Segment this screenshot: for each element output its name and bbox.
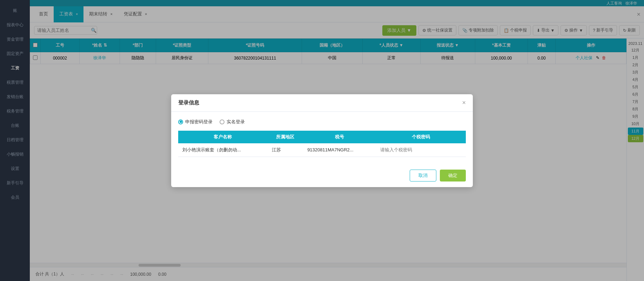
modal-cell-client-name: 刘小艳演示账套（勿删勿动... [178,143,268,157]
modal-col-password: 个税密码 [376,131,466,143]
cancel-button[interactable]: 取消 [410,170,436,181]
tax-password-input[interactable] [380,147,462,152]
confirm-button[interactable]: 确定 [440,170,466,181]
radio-realname-dot [220,119,224,124]
modal-footer: 取消 确定 [171,164,473,187]
modal-body: 申报密码登录 实名登录 客户名称 所属地区 税号 个税密码 [171,112,473,164]
login-type-radio-group: 申报密码登录 实名登录 [178,119,466,125]
login-modal: 登录信息 × 申报密码登录 实名登录 客户名称 [171,94,473,187]
modal-header: 登录信息 × [171,94,473,112]
modal-cell-taxid: 91320811MA7NGR2... [303,143,376,157]
modal-close-button[interactable]: × [462,99,466,107]
modal-cell-password[interactable] [376,143,466,157]
modal-title: 登录信息 [178,100,199,106]
radio-password-login[interactable]: 申报密码登录 [178,119,213,125]
modal-cell-region: 江苏 [268,143,303,157]
radio-realname-label: 实名登录 [227,119,245,125]
modal-table-row: 刘小艳演示账套（勿删勿动... 江苏 91320811MA7NGR2... [178,143,466,157]
modal-col-client: 客户名称 [178,131,268,143]
radio-password-label: 申报密码登录 [185,119,213,125]
modal-col-region: 所属地区 [268,131,303,143]
radio-realname-login[interactable]: 实名登录 [220,119,245,125]
radio-password-dot [178,119,183,124]
modal-overlay: 登录信息 × 申报密码登录 实名登录 客户名称 [0,0,644,281]
client-table: 客户名称 所属地区 税号 个税密码 刘小艳演示账套（勿删勿动... 江苏 913… [178,131,466,157]
modal-col-taxid: 税号 [303,131,376,143]
